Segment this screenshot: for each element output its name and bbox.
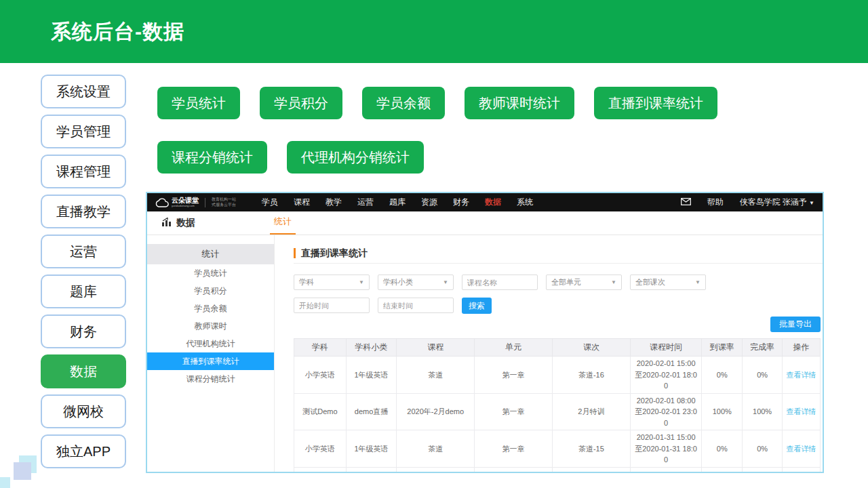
cell-time: 2020-02-01 15:00至2020-02-01 18:00 — [630, 357, 702, 394]
col-header-6: 课程时间 — [630, 339, 702, 357]
bar-chart-icon — [162, 218, 172, 228]
chevron-down-icon: ▼ — [611, 279, 616, 285]
sidebar-item-9[interactable]: 微网校 — [41, 394, 126, 428]
topbar-menu-item-1[interactable]: 学员 — [262, 197, 278, 208]
topbar-menu-item-9[interactable]: 系统 — [517, 197, 533, 208]
topbar-menu-item-2[interactable]: 课程 — [294, 197, 310, 208]
panel-item-5[interactable]: 代理机构统计 — [147, 335, 274, 352]
cell-lesson: 茶道-16 — [552, 357, 630, 394]
cell-unit: 第一章 — [475, 393, 553, 430]
cell-subject_sub: demo直播 — [346, 393, 396, 430]
sidebar: 系统设置学员管理课程管理直播教学运营题库财务数据微网校独立APP — [41, 75, 126, 468]
admin-subnav: 数据 统计 — [147, 211, 823, 235]
quick-button-r1-4[interactable]: 教师课时统计 — [465, 87, 574, 119]
lesson-select[interactable]: 全部课次 ▼ — [630, 274, 706, 290]
cell-completion: 0% — [743, 467, 783, 473]
stats-panel: 统计 学员统计学员积分学员余额教师课时代理机构统计直播到课率统计课程分销统计 — [147, 235, 275, 472]
cell-course: 茶道 — [397, 430, 475, 468]
help-link[interactable]: 帮助 — [707, 197, 724, 208]
panel-item-3[interactable]: 学员余额 — [147, 300, 274, 317]
logo-url: yunduoketang.com — [172, 205, 199, 207]
cell-subject: 小学英语 — [294, 467, 347, 473]
sidebar-item-1[interactable]: 系统设置 — [41, 75, 126, 108]
page-title: 系统后台-数据 — [51, 0, 184, 63]
topbar-menu-item-8[interactable]: 数据 — [485, 197, 501, 208]
subject-select[interactable]: 学科 ▼ — [294, 274, 370, 290]
panel-item-7[interactable]: 课程分销统计 — [147, 370, 274, 388]
batch-export-button[interactable]: 批量导出 — [770, 317, 821, 332]
quick-button-r1-2[interactable]: 学员积分 — [260, 87, 342, 119]
col-header-5: 课次 — [552, 339, 630, 357]
logo[interactable]: 云朵课堂 yunduoketang.com 教育机构一站 式服务云平台 — [155, 197, 236, 208]
view-detail-link[interactable]: 查看详情 — [787, 407, 816, 415]
cell-action: 查看详情 — [783, 357, 821, 394]
cell-subject: 小学英语 — [294, 430, 347, 468]
message-envelope-icon[interactable] — [681, 198, 691, 207]
table-row: 小学英语1年级英语寒假辅导第一章寒假辅导-52020-01-31 09:00至2… — [294, 467, 821, 473]
cell-time: 2020-01-31 15:00至2020-01-31 18:00 — [630, 430, 702, 468]
cell-course: 2020年-2月demo — [397, 393, 475, 430]
filter-row-2: 搜索 — [294, 298, 492, 314]
cloud-logo-icon — [155, 198, 169, 207]
topbar-menu-item-4[interactable]: 运营 — [357, 197, 374, 208]
search-button[interactable]: 搜索 — [462, 298, 492, 314]
cell-attendance: 100% — [702, 393, 743, 430]
topbar-menu-item-7[interactable]: 财务 — [453, 197, 469, 208]
quick-button-r1-1[interactable]: 学员统计 — [157, 87, 240, 119]
quick-button-r2-1[interactable]: 课程分销统计 — [157, 141, 267, 174]
col-header-1: 学科 — [294, 339, 347, 357]
topbar-menu-item-3[interactable]: 教学 — [326, 197, 342, 208]
quick-button-r1-5[interactable]: 直播到课率统计 — [594, 87, 717, 119]
cell-subject_sub: 1年级英语 — [346, 467, 396, 473]
start-time-input[interactable] — [294, 298, 370, 313]
sidebar-item-8[interactable]: 数据 — [41, 354, 126, 388]
panel-item-6[interactable]: 直播到课率统计 — [147, 352, 274, 370]
cell-time: 2020-01-31 09:00至2020-01-31 18:00 — [630, 467, 702, 473]
module-label: 数据 — [162, 217, 195, 229]
table-header-row: 学科学科小类课程单元课次课程时间到课率完成率操作 — [294, 339, 821, 357]
logo-divider — [205, 198, 205, 207]
table-row: 小学英语1年级英语茶道第一章茶道-162020-02-01 15:00至2020… — [294, 357, 821, 394]
end-time-input[interactable] — [378, 298, 454, 313]
chevron-down-icon: ▼ — [809, 200, 814, 206]
sidebar-item-7[interactable]: 财务 — [41, 314, 126, 348]
attendance-table-wrap: 学科学科小类课程单元课次课程时间到课率完成率操作 小学英语1年级英语茶道第一章茶… — [294, 338, 821, 473]
subject-sub-select[interactable]: 学科小类 ▼ — [378, 274, 454, 290]
course-name-input[interactable] — [462, 274, 538, 290]
panel-items: 学员统计学员积分学员余额教师课时代理机构统计直播到课率统计课程分销统计 — [147, 264, 274, 388]
topbar-menu: 学员课程教学运营题库资源财务数据系统 — [262, 197, 533, 208]
tab-statistics[interactable]: 统计 — [270, 216, 296, 235]
cell-completion: 100% — [743, 393, 783, 430]
sidebar-item-6[interactable]: 题库 — [41, 274, 126, 308]
cell-unit: 第一章 — [475, 467, 553, 473]
cell-action: 查看详情 — [783, 430, 821, 468]
cell-subject: 小学英语 — [294, 357, 347, 394]
sidebar-item-4[interactable]: 直播教学 — [41, 195, 126, 228]
topbar-menu-item-5[interactable]: 题库 — [389, 197, 406, 208]
chevron-down-icon: ▼ — [695, 279, 701, 285]
quick-button-r1-3[interactable]: 学员余额 — [362, 87, 445, 119]
panel-item-2[interactable]: 学员积分 — [147, 282, 274, 300]
chevron-down-icon: ▼ — [359, 279, 364, 285]
panel-item-4[interactable]: 教师课时 — [147, 317, 274, 335]
view-detail-link[interactable]: 查看详情 — [787, 371, 816, 379]
cell-attendance: 0% — [702, 357, 743, 394]
cell-action: 查看详情 — [783, 467, 821, 473]
section-title: 直播到课率统计 — [294, 243, 823, 264]
sidebar-item-5[interactable]: 运营 — [41, 235, 126, 268]
panel-item-1[interactable]: 学员统计 — [147, 264, 274, 282]
sidebar-item-10[interactable]: 独立APP — [41, 434, 126, 468]
user-menu[interactable]: 侠客岛学院 张涵予▼ — [740, 197, 814, 208]
chevron-down-icon: ▼ — [443, 279, 448, 285]
cell-lesson: 2月特训 — [552, 393, 630, 430]
table-row: 测试Demodemo直播2020年-2月demo第一章2月特训2020-02-0… — [294, 393, 821, 430]
col-header-3: 课程 — [397, 339, 475, 357]
unit-select[interactable]: 全部单元 ▼ — [546, 274, 622, 290]
view-detail-link[interactable]: 查看详情 — [787, 445, 816, 453]
quick-button-r2-2[interactable]: 代理机构分销统计 — [287, 141, 424, 174]
col-header-9: 操作 — [783, 339, 821, 357]
topbar-menu-item-6[interactable]: 资源 — [421, 197, 437, 208]
sidebar-item-2[interactable]: 学员管理 — [41, 115, 126, 148]
sidebar-item-3[interactable]: 课程管理 — [41, 155, 126, 188]
panel-header: 统计 — [147, 244, 274, 264]
